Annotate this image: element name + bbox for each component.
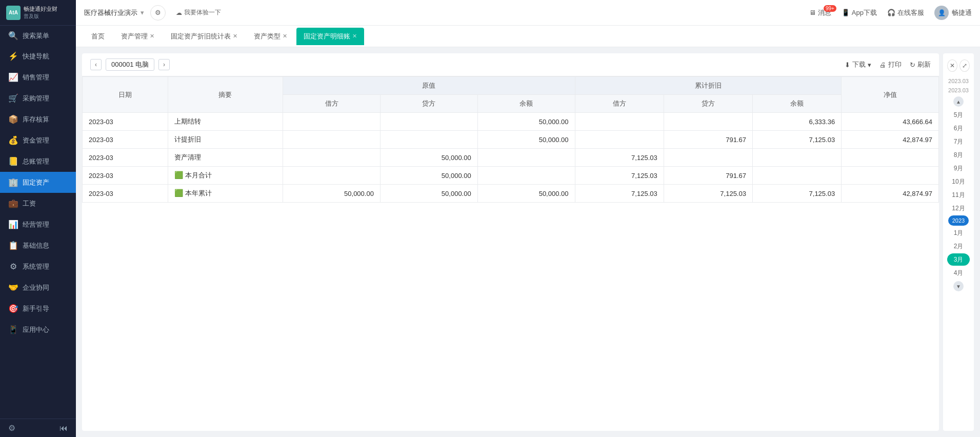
cell-accum-balance bbox=[752, 149, 841, 167]
cell-net-value: 42,874.97 bbox=[842, 131, 939, 149]
collapse-icon[interactable]: ⏮ bbox=[59, 424, 68, 433]
timeline-month-9[interactable]: 9月 bbox=[947, 162, 970, 174]
col-accum-credit: 贷方 bbox=[664, 95, 752, 113]
cell-date: 2023-03 bbox=[83, 167, 168, 185]
company-selector[interactable]: 医疗器械行业演示 ▾ bbox=[84, 8, 144, 17]
sidebar-item-app-center[interactable]: 📱 应用中心 bbox=[0, 319, 76, 340]
sidebar-item-guide[interactable]: 🎯 新手引导 bbox=[0, 298, 76, 319]
cell-orig-debit bbox=[283, 149, 381, 167]
cell-orig-credit bbox=[380, 113, 477, 131]
cell-orig-balance: 50,000.00 bbox=[477, 185, 575, 203]
cell-accum-credit: 7,125.03 bbox=[664, 185, 752, 203]
tab-close-asset-type[interactable]: ✕ bbox=[283, 33, 287, 39]
data-table-wrapper: 日期 摘要 原值 累计折旧 净值 借方 贷方 余额 借方 贷方 余额 bbox=[82, 76, 939, 431]
sidebar-item-system[interactable]: ⚙ 系统管理 bbox=[0, 256, 76, 277]
tab-asset-type[interactable]: 资产类型 ✕ bbox=[247, 28, 294, 45]
toolbar-actions: ⬇ 下载 ▾ 🖨 打印 ↻ 刷新 bbox=[845, 60, 931, 69]
cell-date: 2023-03 bbox=[83, 149, 168, 167]
timeline-month-2[interactable]: 2月 bbox=[947, 240, 970, 252]
timeline-month-12[interactable]: 12月 bbox=[947, 202, 970, 214]
sidebar-item-sales[interactable]: 📈 销售管理 bbox=[0, 67, 76, 88]
tab-close-depreciation-stats[interactable]: ✕ bbox=[233, 33, 237, 39]
table-row: 2023-03 🟩本年累计 50,000.00 50,000.00 50,000… bbox=[83, 185, 939, 203]
topbar-right: 🖥 消息 99+ 📱 App下载 🎧 在线客服 👤 畅捷通 bbox=[809, 6, 972, 20]
user-profile[interactable]: 👤 畅捷通 bbox=[934, 6, 972, 20]
col-original-value-group: 原值 bbox=[283, 77, 575, 95]
timeline-month-1[interactable]: 1月 bbox=[947, 227, 970, 239]
timeline-month-5[interactable]: 5月 bbox=[947, 109, 970, 121]
fixed-assets-icon: 🏢 bbox=[8, 177, 18, 187]
online-service-button[interactable]: 🎧 在线客服 bbox=[887, 8, 924, 17]
sidebar-item-fixed-assets[interactable]: 🏢 固定资产 bbox=[0, 172, 76, 193]
avatar-icon: 👤 bbox=[938, 9, 946, 16]
cell-orig-credit bbox=[380, 131, 477, 149]
sidebar-item-payroll[interactable]: 💼 工资 bbox=[0, 193, 76, 214]
sidebar-item-cooperation[interactable]: 🤝 企业协同 bbox=[0, 277, 76, 298]
cooperation-icon: 🤝 bbox=[8, 283, 18, 292]
sidebar-item-inventory[interactable]: 📦 库存核算 bbox=[0, 109, 76, 130]
prev-asset-button[interactable]: ‹ bbox=[90, 59, 102, 70]
sidebar-item-ledger[interactable]: 📒 总账管理 bbox=[0, 151, 76, 172]
refresh-button[interactable]: ↻ 刷新 bbox=[910, 60, 931, 69]
cell-summary: 🟩本年累计 bbox=[168, 185, 283, 203]
tab-home[interactable]: 首页 bbox=[84, 28, 112, 45]
settings-footer-icon[interactable]: ⚙ bbox=[8, 423, 15, 433]
tab-close-asset-detail[interactable]: ✕ bbox=[352, 33, 357, 39]
download-icon: ⬇ bbox=[845, 61, 850, 69]
col-net-value: 净值 bbox=[842, 77, 939, 113]
sidebar-item-quick-nav[interactable]: ⚡ 快捷导航 bbox=[0, 46, 76, 67]
table-row: 2023-03 资产清理 50,000.00 7,125.03 bbox=[83, 149, 939, 167]
cell-date: 2023-03 bbox=[83, 185, 168, 203]
cell-net-value bbox=[842, 167, 939, 185]
timeline-month-8[interactable]: 8月 bbox=[947, 149, 970, 161]
sidebar-item-purchase[interactable]: 🛒 采购管理 bbox=[0, 88, 76, 109]
operations-icon: 📊 bbox=[8, 220, 18, 229]
timeline-close-button[interactable]: ✕ bbox=[947, 59, 957, 72]
cell-summary: 计提折旧 bbox=[168, 131, 283, 149]
timeline-scroll-up[interactable]: ▲ bbox=[953, 96, 964, 107]
cell-orig-credit: 50,000.00 bbox=[380, 167, 477, 185]
timeline-month-7[interactable]: 7月 bbox=[947, 135, 970, 148]
col-accum-debit: 借方 bbox=[575, 95, 664, 113]
app-center-icon: 📱 bbox=[8, 325, 18, 334]
lightning-icon: ⚡ bbox=[8, 51, 18, 61]
sidebar-item-operations[interactable]: 📊 经营管理 bbox=[0, 214, 76, 235]
company-name: 医疗器械行业演示 bbox=[84, 8, 137, 17]
next-asset-button[interactable]: › bbox=[158, 59, 170, 70]
timeline-expand-button[interactable]: ⤢ bbox=[959, 59, 970, 72]
cell-accum-credit: 791.67 bbox=[664, 131, 752, 149]
download-button[interactable]: ⬇ 下载 ▾ bbox=[845, 60, 871, 69]
sidebar-item-search[interactable]: 🔍 搜索菜单 bbox=[0, 26, 76, 46]
timeline-scroll-down[interactable]: ▼ bbox=[953, 281, 964, 291]
notice-button[interactable]: 🖥 消息 99+ bbox=[809, 8, 831, 17]
content-area: ‹ 000001 电脑 › ⬇ 下载 ▾ 🖨 打印 ↻ 刷新 bbox=[76, 47, 980, 437]
cell-date: 2023-03 bbox=[83, 113, 168, 131]
company-settings-button[interactable]: ⚙ bbox=[150, 5, 166, 21]
timeline-month-4[interactable]: 4月 bbox=[947, 267, 970, 279]
download-icon: 📱 bbox=[842, 9, 850, 16]
tab-asset-detail[interactable]: 固定资产明细账 ✕ bbox=[296, 28, 364, 45]
experience-button[interactable]: ☁ 我要体验一下 bbox=[176, 8, 221, 17]
timeline-month-11[interactable]: 11月 bbox=[947, 189, 970, 201]
timeline-month-3-current[interactable]: 3月 bbox=[947, 253, 970, 266]
cell-accum-balance: 7,125.03 bbox=[752, 131, 841, 149]
cell-orig-debit: 50,000.00 bbox=[283, 185, 381, 203]
timeline-month-10[interactable]: 10月 bbox=[947, 175, 970, 188]
table-row: 2023-03 🟩本月合计 50,000.00 7,125.03 791.67 bbox=[83, 167, 939, 185]
timeline-year-2023[interactable]: 2023 bbox=[948, 215, 969, 226]
tab-close-asset-manage[interactable]: ✕ bbox=[150, 33, 154, 39]
sidebar-item-basic-info[interactable]: 📋 基础信息 bbox=[0, 235, 76, 256]
tab-asset-manage[interactable]: 资产管理 ✕ bbox=[114, 28, 162, 45]
app-download-button[interactable]: 📱 App下载 bbox=[842, 8, 877, 17]
sidebar-item-funds[interactable]: 💰 资金管理 bbox=[0, 130, 76, 151]
timeline-year-top1: 2023.03 bbox=[943, 77, 974, 85]
company-dropdown-icon: ▾ bbox=[141, 9, 144, 16]
headset-icon: 🎧 bbox=[887, 9, 895, 16]
col-orig-credit: 贷方 bbox=[380, 95, 477, 113]
sidebar-footer: ⚙ ⏮ bbox=[0, 419, 76, 437]
tab-depreciation-stats[interactable]: 固定资产折旧统计表 ✕ bbox=[164, 28, 245, 45]
print-button[interactable]: 🖨 打印 bbox=[879, 60, 902, 69]
timeline-month-6[interactable]: 6月 bbox=[947, 122, 970, 134]
col-accumulated-depreciation-group: 累计折旧 bbox=[575, 77, 842, 95]
cell-summary: 🟩本月合计 bbox=[168, 167, 283, 185]
